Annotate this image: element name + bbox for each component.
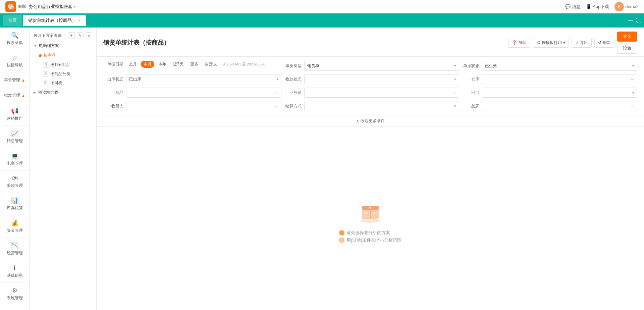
empty-state: ✦ ✦ ✦ 1 请先选择要分析的方案 2 用[过滤]条件来缩小分析范围 [97, 127, 644, 310]
collapse-panel-button[interactable]: « [86, 32, 92, 39]
sidebar-item-marketing[interactable]: 📢 营销推广 [0, 103, 29, 126]
dept-selector[interactable]: ▾ [482, 88, 637, 98]
payment-caret-icon: ▾ [454, 77, 456, 82]
doc-type-selector[interactable]: 销货单 ▾ [304, 61, 460, 71]
message-button[interactable]: 💬 消息 [565, 4, 581, 10]
brand-selector[interactable]: ··· [482, 101, 637, 111]
tab-home[interactable]: 首页 [3, 15, 22, 26]
salesman-selector[interactable]: ··· [304, 88, 460, 98]
svg-text:✦: ✦ [379, 198, 381, 201]
filter-settlement: 结算方式 ▾ [281, 101, 460, 111]
date-btn-7days[interactable]: 近7天 [170, 61, 186, 68]
sidebar-item-purchase[interactable]: 🛍 采购管理 [0, 171, 29, 193]
svg-text:✦: ✦ [359, 199, 361, 203]
date-label: 单据日期 [103, 61, 123, 67]
doc-type-caret-icon: ▾ [454, 64, 456, 68]
sidebar-item-quick-nav[interactable]: ☆ 快捷导航 [0, 50, 29, 72]
filter-doc-status: 单据状态 已生效 ▾ [459, 61, 637, 71]
filter-out-status: 出库状态 已出库 ▾ [103, 74, 281, 84]
recipient-selector[interactable]: ··· [126, 101, 281, 111]
left-panel-header: 按以下方案查询 + ✎ « [30, 30, 96, 41]
settlement-selector[interactable]: ▾ [304, 101, 460, 111]
scheme-item-by-goods[interactable]: 按商品 [30, 51, 96, 60]
goods-selector[interactable]: ··· [126, 88, 281, 98]
main-layout: 🔍 搜索菜单 ☆ 快捷导航 零售管理 ▲ 批发管理 ▲ 📢 营销推广 📈 销售管… [0, 28, 644, 310]
warehouse-selector[interactable]: ··· [482, 74, 637, 84]
date-btn-this-month[interactable]: 本月 [141, 61, 154, 68]
sidebar-item-search[interactable]: 🔍 搜索菜单 [0, 28, 29, 50]
sidebar-item-sales[interactable]: 📈 销售管理 [0, 126, 29, 148]
out-status-selector[interactable]: 已出库 ▾ [126, 74, 281, 84]
star-icon: ☆ [1, 54, 28, 61]
doc-type-label: 单据类型 [281, 63, 302, 69]
print-button[interactable]: 🖨 按模板打印 ▾ [533, 38, 569, 48]
scheme-group-mobile-header[interactable]: ▶ 移动端方案 [30, 88, 96, 97]
workspace-selector[interactable]: 办公用品行业模拟账套 ▾ [29, 4, 76, 10]
settlement-label: 结算方式 [281, 103, 302, 109]
tab-minimize-icon[interactable]: — [628, 17, 633, 23]
left-panel: 按以下方案查询 + ✎ « ▼ 电脑端方案 按商品 月 [30, 28, 97, 310]
scheme-item-by-month-goods[interactable]: 月 按月+商品 [30, 60, 96, 69]
sales-icon: 📈 [1, 130, 28, 137]
add-scheme-button[interactable]: + [68, 32, 75, 39]
message-icon: 💬 [565, 4, 571, 9]
refresh-button[interactable]: ↺ 刷新 [594, 38, 614, 48]
tab-close-button[interactable]: × [78, 18, 80, 23]
mobile-group-arrow-icon: ▶ [34, 91, 36, 94]
date-btn-this-year[interactable]: 本年 [156, 61, 169, 68]
sidebar-item-cooperation[interactable]: 🤝 企业协同 [0, 305, 29, 310]
svg-point-0 [360, 219, 380, 223]
settlement-caret-icon: ▾ [454, 104, 456, 108]
page-actions: ❓ 帮助 🖨 按模板打印 ▾ ↗ 导出 ↺ 刷新 [508, 32, 637, 54]
sidebar-item-retail[interactable]: 零售管理 ▲ [0, 72, 29, 88]
filter-goods: 商品 ··· [103, 88, 281, 98]
tab-expand-controls: — ⛶ [628, 17, 641, 23]
tab-sales-stats[interactable]: 销货单统计表（按商品） × [23, 15, 86, 26]
filter-row-2: 出库状态 已出库 ▾ 收款状态 ▾ 仓库 [103, 74, 637, 84]
sidebar-item-ecommerce[interactable]: 💻 电商管理 [0, 148, 29, 171]
date-btn-custom[interactable]: 自定义 [202, 61, 220, 68]
scheme-item-by-driver[interactable]: 图 按司机 [30, 79, 96, 88]
pc-group-arrow-icon: ▼ [34, 44, 37, 48]
filter-doc-type: 单据类型 销货单 ▾ [281, 61, 460, 71]
right-content: 销货单统计表（按商品） ❓ 帮助 🖨 按模板打印 ▾ ↗ 导出 [97, 28, 644, 310]
phone-icon: 📱 [586, 4, 591, 9]
doc-status-caret-icon: ▾ [632, 64, 634, 68]
salesman-label: 业务员 [281, 90, 302, 96]
app-download-button[interactable]: 📱 App下载 [586, 4, 609, 10]
sidebar-item-basics[interactable]: ℹ 基础信息 [0, 260, 29, 283]
date-btn-more[interactable]: 更多 [187, 61, 201, 68]
active-scheme-dot [39, 54, 42, 57]
doc-status-selector[interactable]: 已生效 ▾ [482, 61, 637, 71]
edit-scheme-button[interactable]: ✎ [77, 32, 84, 39]
basics-icon: ℹ [1, 264, 28, 272]
operations-icon: 📉 [1, 242, 28, 249]
brand-more-icon: ··· [631, 104, 634, 108]
collapse-filters-bar[interactable]: ∧ 收起更多条件 [97, 115, 644, 127]
sidebar-item-operations[interactable]: 📉 经营管理 [0, 238, 29, 260]
out-status-label: 出库状态 [103, 76, 123, 82]
sidebar-item-wholesale[interactable]: 批发管理 ▲ [0, 88, 29, 103]
tab-fullscreen-icon[interactable]: ⛶ [636, 17, 641, 23]
filter-payment-status: 收款状态 ▾ [281, 74, 460, 84]
scheme-group-pc-header[interactable]: ▼ 电脑端方案 [30, 41, 96, 51]
filter-area: 单据日期 上月 本月 本年 近7天 更多 自定义 2023-03-01 至 20… [97, 57, 644, 115]
export-button[interactable]: ↗ 导出 [572, 38, 592, 48]
date-btn-last-month[interactable]: 上月 [126, 61, 140, 68]
logo-icon: 畅 [5, 1, 16, 12]
scheme-item-by-category[interactable]: 回 按商品分类 [30, 69, 96, 79]
payment-status-selector[interactable]: ▾ [304, 74, 460, 84]
filter-row-1: 单据日期 上月 本月 本年 近7天 更多 自定义 2023-03-01 至 20… [103, 61, 637, 71]
sidebar-item-finance[interactable]: 💰 资金管理 [0, 215, 29, 238]
marketing-icon: 📢 [1, 107, 28, 115]
help-button[interactable]: ❓ 帮助 [508, 38, 530, 48]
sidebar-item-inventory[interactable]: 📊 库存核算 [0, 193, 29, 215]
search-icon: 🔍 [1, 32, 28, 39]
svg-text:✦: ✦ [380, 207, 382, 209]
settings-button[interactable]: 设置 [617, 43, 637, 54]
sidebar-item-system[interactable]: ⚙ 系统管理 [0, 283, 29, 305]
user-avatar[interactable]: E demo2 [614, 2, 639, 11]
print-icon: 🖨 [536, 40, 540, 45]
query-button[interactable]: 查询 [617, 32, 637, 42]
scheme-group-pc: ▼ 电脑端方案 按商品 月 按月+商品 回 按商品分类 图 按司机 [30, 41, 96, 88]
